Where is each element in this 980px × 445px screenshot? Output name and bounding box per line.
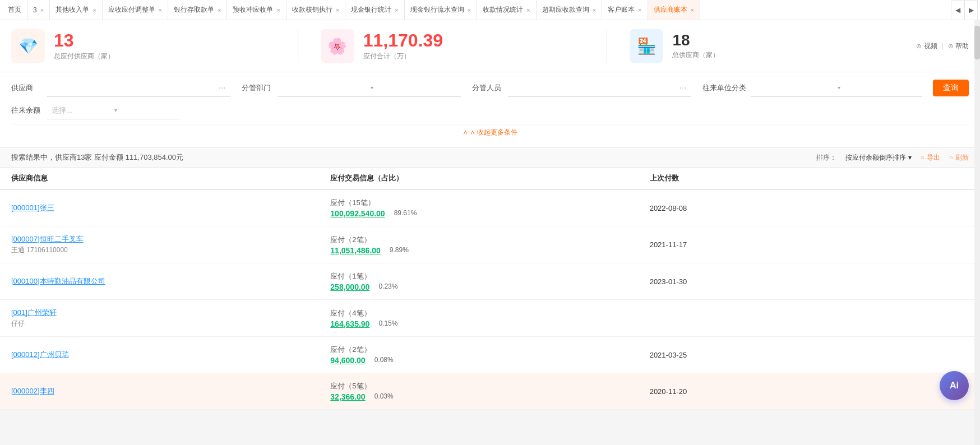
payable-label: 应付（5笔） — [330, 381, 649, 391]
query-button[interactable]: 查询 — [933, 80, 969, 96]
nav-tab-supplier-ledger[interactable]: 供应商账本× — [648, 0, 700, 20]
close-tab-icon[interactable]: × — [468, 7, 471, 13]
close-tab-icon[interactable]: × — [526, 7, 530, 13]
close-tab-icon[interactable]: × — [638, 7, 641, 13]
dept-select[interactable]: ▾ — [278, 79, 461, 97]
payable-amount[interactable]: 258,000.00 — [330, 282, 369, 291]
summary-card-total: 🏪 18 总供应商（家） — [630, 29, 916, 63]
close-tab-icon[interactable]: × — [593, 7, 596, 13]
nav-tab-payment-verify[interactable]: 收款核销执行× — [286, 0, 345, 20]
balance-chevron-icon: ▾ — [114, 107, 175, 113]
transaction-cell: 应付（2笔）94,600.000.08% — [330, 345, 649, 365]
supplier-info-cell: [000012]广州贝瑞 — [11, 350, 330, 360]
collapse-bar[interactable]: ∧ ∧ 收起更多条件 — [11, 124, 969, 141]
nav-tab-prepayment[interactable]: 预收冲应收单× — [227, 0, 286, 20]
nav-prev-arrow[interactable]: ◀ — [951, 0, 964, 20]
summary-bar: 💎 13 总应付供应商（家） 🌸 11,170.39 应付合计（万） 🏪 18 … — [0, 20, 980, 72]
person-input-box[interactable]: ··· — [508, 79, 691, 97]
payable-amount-row: 32,366.000.03% — [330, 391, 649, 401]
video-link[interactable]: ⊙ 视频 — [916, 41, 937, 51]
sort-select[interactable]: 按应付余额倒序排序 ▾ — [845, 153, 911, 163]
supplier-icon: 💎 — [11, 29, 45, 63]
transaction-cell: 应付（1笔）258,000.000.23% — [330, 271, 649, 291]
dept-chevron-icon: ▾ — [371, 85, 457, 91]
col-header-last-payment: 上次付数 — [650, 173, 969, 183]
refresh-label: 刷新 — [955, 153, 969, 163]
payable-amount[interactable]: 100,092,540.00 — [330, 209, 385, 218]
close-tab-icon[interactable]: × — [159, 7, 162, 13]
payable-amount-row: 94,600.000.08% — [330, 355, 649, 365]
top-right-links: ⊙ 视频 | ⊙ 帮助 — [916, 41, 969, 51]
summary-info-1: 13 总应付供应商（家） — [54, 31, 114, 61]
person-input[interactable] — [512, 79, 677, 97]
payable-amount[interactable]: 32,366.00 — [330, 392, 365, 401]
table-row: [001]广州荣轩仔仔应付（4笔）164,635.900.15% — [0, 300, 980, 337]
close-tab-icon[interactable]: × — [276, 7, 280, 13]
nav-tab-cash-bank-flow[interactable]: 现金银行流水查询× — [405, 0, 477, 20]
filter-row-1: 供应商 ··· 分管部门 ▾ 分管人员 ··· 往来单位分类 ▾ — [11, 79, 969, 97]
close-tab-icon[interactable]: × — [336, 7, 339, 13]
help-link[interactable]: ⊙ 帮助 — [948, 41, 969, 51]
last-payment-cell: 2021-11-17 — [650, 240, 969, 249]
total-payable-amount-label: 应付合计（万） — [363, 52, 443, 61]
nav-tab-ar-ap-adjust[interactable]: 应收应付调整单× — [103, 0, 168, 20]
payable-amount[interactable]: 94,600.00 — [330, 356, 365, 365]
supplier-filter: 供应商 ··· — [11, 79, 230, 97]
nav-tab-overdue-ar[interactable]: 超期应收款查询× — [537, 0, 602, 20]
supplier-link[interactable]: [000007]恒旺二手叉车 — [11, 235, 84, 243]
ai-button-label: Ai — [950, 381, 959, 391]
nav-tab-customer-ledger[interactable]: 客户账本× — [602, 0, 648, 20]
results-actions: 排序： 按应付余额倒序排序 ▾ ○ 导出 ○ 刷新 — [816, 153, 969, 163]
nav-tab-bank-deposit[interactable]: 银行存取款单× — [168, 0, 227, 20]
close-tab-icon[interactable]: × — [40, 7, 44, 13]
supplier-info-cell: [000007]恒旺二手叉车王通 17106110000 — [11, 234, 330, 255]
supplier-link[interactable]: [000002]李四 — [11, 387, 54, 395]
side-scrollbar[interactable] — [974, 20, 980, 410]
supplier-filter-label: 供应商 — [11, 83, 43, 93]
last-payment-cell: 2020-11-20 — [650, 387, 969, 396]
supplier-input-box[interactable]: ··· — [47, 79, 230, 97]
balance-select[interactable]: 选择... ▾ — [47, 101, 179, 119]
summary-info-2: 11,170.39 应付合计（万） — [363, 31, 443, 61]
close-tab-icon[interactable]: × — [395, 7, 398, 13]
supplier-link[interactable]: [000001]张三 — [11, 203, 54, 212]
close-tab-icon[interactable]: × — [691, 7, 694, 13]
export-button[interactable]: ○ 导出 — [921, 153, 940, 163]
payable-percent: 0.15% — [378, 319, 397, 327]
nav-tab-other-income[interactable]: 其他收入单× — [50, 0, 102, 20]
category-select[interactable]: ▾ — [751, 79, 922, 97]
payable-amount[interactable]: 11,051,486.00 — [330, 246, 381, 255]
close-tab-icon[interactable]: × — [218, 7, 221, 13]
col-header-transaction: 应付交易信息（占比） — [330, 173, 649, 183]
refresh-icon: ○ — [949, 154, 953, 161]
scrollbar-thumb[interactable] — [974, 26, 980, 59]
nav-tab-payment-stat[interactable]: 收款情况统计× — [477, 0, 536, 20]
nav-tab-tab3[interactable]: 3× — [27, 0, 50, 20]
payable-amount[interactable]: 164,635.90 — [330, 319, 369, 328]
transaction-cell: 应付（4笔）164,635.900.15% — [330, 308, 649, 328]
data-table: 供应商信息 应付交易信息（占比） 上次付数 [000001]张三应付（15笔）1… — [0, 168, 980, 410]
supplier-link[interactable]: [000100]本特勤油品有限公司 — [11, 277, 105, 285]
nav-next-arrow[interactable]: ▶ — [964, 0, 978, 20]
supplier-dots-icon[interactable]: ··· — [219, 83, 226, 93]
payable-percent: 0.08% — [375, 356, 394, 364]
close-tab-icon[interactable]: × — [93, 7, 96, 13]
divider-1 — [298, 29, 298, 63]
supplier-info-cell: [000001]张三 — [11, 203, 330, 213]
table-row: [000001]张三应付（15笔）100,092,540.0089.61%202… — [0, 190, 980, 226]
supplier-input[interactable] — [52, 79, 216, 97]
payable-label: 应付（4笔） — [330, 308, 649, 318]
supplier-link[interactable]: [001]广州荣轩 — [11, 308, 57, 317]
ai-button[interactable]: Ai — [940, 371, 969, 400]
divider-2 — [607, 29, 607, 63]
payable-label: 应付（2笔） — [330, 345, 649, 355]
nav-tab-cash-bank-stat[interactable]: 现金银行统计× — [345, 0, 404, 20]
supplier-link[interactable]: [000012]广州贝瑞 — [11, 350, 69, 359]
person-dots-icon[interactable]: ··· — [679, 83, 687, 93]
collapse-icon: ∧ — [463, 128, 468, 136]
refresh-button[interactable]: ○ 刷新 — [949, 153, 969, 163]
sort-arrow-icon: ▾ — [908, 154, 912, 161]
payable-percent: 89.61% — [394, 209, 417, 217]
nav-tab-home[interactable]: 首页 — [2, 0, 27, 20]
table-body: [000001]张三应付（15笔）100,092,540.0089.61%202… — [0, 190, 980, 410]
